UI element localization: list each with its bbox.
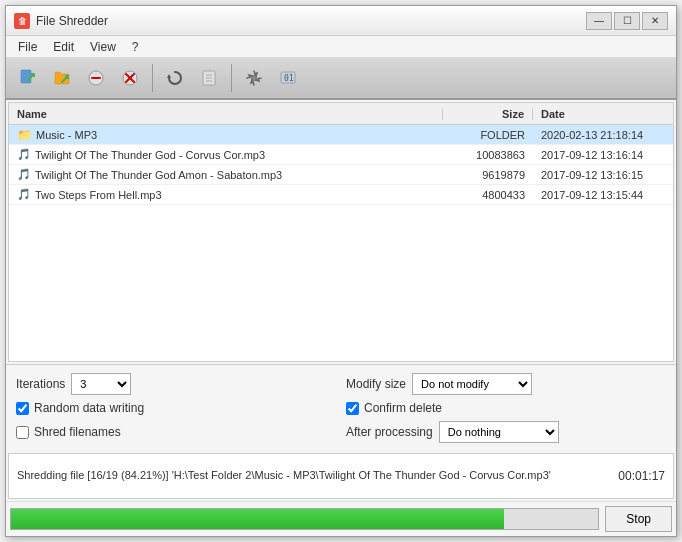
random-data-label: Random data writing [34,401,144,415]
table-row[interactable]: 🎵Two Steps From Hell.mp3 4800433 2017-09… [9,185,673,205]
title-bar: 🗑 File Shredder — ☐ ✕ [6,6,676,36]
toolbar-separator-2 [231,64,232,92]
column-name: Name [9,108,443,120]
title-buttons: — ☐ ✕ [586,12,668,30]
options-panel: Iterations 3 Modify size Do not modify I… [6,364,676,451]
cell-name: 🎵Two Steps From Hell.mp3 [9,188,443,201]
confirm-delete-row: Confirm delete [346,401,666,415]
cell-name: 📁Music - MP3 [9,128,443,142]
svg-text:01: 01 [284,74,294,83]
folder-icon: 📁 [17,128,32,142]
progress-bar-container [10,508,599,530]
confirm-delete-label: Confirm delete [364,401,442,415]
status-bar: Shredding file [16/19 (84.21%)] 'H:\Test… [8,453,674,499]
file-icon: 🎵 [17,148,31,161]
main-window: 🗑 File Shredder — ☐ ✕ File Edit View ? [5,5,677,537]
iterations-row: Iterations 3 [16,373,336,395]
cell-name: 🎵Twilight Of The Thunder God - Corvus Co… [9,148,443,161]
iterations-label: Iterations [16,377,65,391]
svg-marker-12 [167,74,171,78]
after-processing-label: After processing [346,425,433,439]
clear-button[interactable] [114,62,146,94]
restore-button[interactable] [159,62,191,94]
menu-edit[interactable]: Edit [45,38,82,56]
cell-date: 2020-02-13 21:18:14 [533,129,673,141]
after-processing-row: After processing Do nothing Shutdown Res… [346,421,666,443]
maximize-button[interactable]: ☐ [614,12,640,30]
shred-filenames-label: Shred filenames [34,425,121,439]
cell-size: FOLDER [443,129,533,141]
cell-size: 4800433 [443,189,533,201]
status-time: 00:01:17 [595,469,665,483]
column-size: Size [443,108,533,120]
cell-date: 2017-09-12 13:16:15 [533,169,673,181]
random-data-checkbox[interactable] [16,402,29,415]
confirm-delete-checkbox[interactable] [346,402,359,415]
stop-button[interactable]: Stop [605,506,672,532]
add-folder-button[interactable] [46,62,78,94]
table-row[interactable]: 🎵Twilight Of The Thunder God Amon - Saba… [9,165,673,185]
shred-button[interactable] [193,62,225,94]
random-data-row: Random data writing [16,401,336,415]
table-row[interactable]: 📁Music - MP3 FOLDER 2020-02-13 21:18:14 [9,125,673,145]
table-row[interactable]: 🎵Twilight Of The Thunder God - Corvus Co… [9,145,673,165]
menu-bar: File Edit View ? [6,36,676,58]
remove-button[interactable] [80,62,112,94]
shred-filenames-checkbox[interactable] [16,426,29,439]
progress-bar-fill [11,509,504,529]
file-list-header: Name Size Date [9,103,673,125]
modify-size-select[interactable]: Do not modify Increase size Decrease siz… [412,373,532,395]
file-list: Name Size Date 📁Music - MP3 FOLDER 2020-… [8,102,674,362]
cell-name: 🎵Twilight Of The Thunder God Amon - Saba… [9,168,443,181]
toolbar: 01 [6,58,676,100]
info-button[interactable]: 01 [272,62,304,94]
menu-help[interactable]: ? [124,38,147,56]
app-icon: 🗑 [14,13,30,29]
svg-rect-0 [21,70,31,83]
modify-size-row: Modify size Do not modify Increase size … [346,373,666,395]
iterations-select[interactable]: 3 [71,373,131,395]
window-title: File Shredder [36,14,586,28]
shred-filenames-row: Shred filenames [16,421,336,443]
menu-file[interactable]: File [10,38,45,56]
close-button[interactable]: ✕ [642,12,668,30]
settings-button[interactable] [238,62,270,94]
cell-size: 10083863 [443,149,533,161]
toolbar-separator-1 [152,64,153,92]
status-text: Shredding file [16/19 (84.21%)] 'H:\Test… [17,468,595,483]
cell-size: 9619879 [443,169,533,181]
modify-size-label: Modify size [346,377,406,391]
column-date: Date [533,108,673,120]
progress-area: Stop [6,501,676,536]
menu-view[interactable]: View [82,38,124,56]
after-processing-select[interactable]: Do nothing Shutdown Restart Hibernate Sl… [439,421,559,443]
minimize-button[interactable]: — [586,12,612,30]
file-icon: 🎵 [17,188,31,201]
file-icon: 🎵 [17,168,31,181]
cell-date: 2017-09-12 13:16:14 [533,149,673,161]
add-files-button[interactable] [12,62,44,94]
file-list-body: 📁Music - MP3 FOLDER 2020-02-13 21:18:14 … [9,125,673,361]
cell-date: 2017-09-12 13:15:44 [533,189,673,201]
